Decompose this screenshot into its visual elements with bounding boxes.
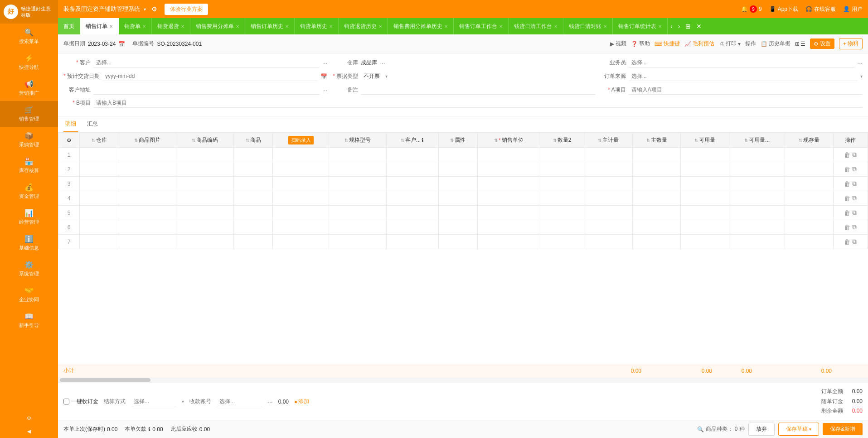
address-more-icon[interactable]: ···	[322, 87, 328, 94]
salesperson-more-icon[interactable]: ···	[857, 59, 863, 67]
save-new-button[interactable]: 保存&新增	[823, 423, 863, 435]
salesperson-input[interactable]	[629, 58, 855, 67]
cell-qty2[interactable]	[540, 206, 584, 220]
row-copy-button[interactable]: ⧉	[852, 194, 857, 202]
cell-main-qty[interactable]	[632, 206, 681, 220]
row-copy-button[interactable]: ⧉	[852, 209, 857, 217]
cell-spec[interactable]	[329, 177, 386, 191]
cell-product[interactable]	[234, 235, 273, 249]
invoice-dropdown-icon[interactable]: ▾	[385, 74, 388, 79]
tab-prev-icon[interactable]: ‹	[668, 18, 675, 34]
col-header-attribute[interactable]: ⇅ 属性	[438, 133, 477, 148]
col-header-settings[interactable]: ⚙	[58, 133, 80, 148]
cell-unit[interactable]	[477, 177, 540, 191]
col-header-main-qty[interactable]: ⇅ 主数量	[632, 133, 681, 148]
cell-attribute[interactable]	[438, 148, 477, 162]
customer-input[interactable]	[93, 58, 320, 67]
cell-attribute[interactable]	[438, 206, 477, 220]
cell-available2[interactable]	[729, 177, 785, 191]
tab-next-icon[interactable]: ›	[675, 18, 683, 34]
tab-sales-return-history-close-icon[interactable]: ✕	[378, 24, 382, 29]
cell-unit[interactable]	[477, 220, 540, 235]
view-toggle[interactable]: ⊞ ☰	[795, 41, 805, 47]
cell-qty2[interactable]	[540, 177, 584, 191]
cell-warehouse[interactable]	[80, 148, 119, 162]
tab-daily-workbench-close-icon[interactable]: ✕	[554, 24, 558, 29]
notification-area[interactable]: 🔔 9 9	[741, 5, 762, 13]
cell-code[interactable]	[176, 206, 234, 220]
cell-attribute[interactable]	[438, 162, 477, 177]
cell-spec[interactable]	[329, 191, 386, 206]
cell-image[interactable]	[119, 177, 176, 191]
add-button[interactable]: ● 添加	[294, 398, 309, 405]
cell-available2[interactable]	[729, 148, 785, 162]
sidebar-item-finance[interactable]: 💰 资金管理	[0, 178, 58, 204]
cell-main-qty[interactable]	[632, 235, 681, 249]
row-delete-button[interactable]: 🗑	[844, 165, 850, 173]
a-project-input[interactable]	[629, 85, 863, 95]
tab-summary[interactable]: 汇总	[85, 116, 100, 132]
operate-action[interactable]: 操作	[745, 40, 756, 48]
tab-sales-return-history[interactable]: 销货退货历史 ✕	[339, 18, 388, 34]
cell-main-unit[interactable]	[584, 191, 633, 206]
cell-stock[interactable]	[785, 220, 834, 235]
row-copy-button[interactable]: ⧉	[852, 165, 857, 173]
cell-image[interactable]	[119, 220, 176, 235]
tab-sales-invoice[interactable]: 销货单 ✕	[119, 18, 152, 34]
cell-available2[interactable]	[729, 162, 785, 177]
app-download[interactable]: 📱 App下载	[769, 5, 798, 13]
cell-qty2[interactable]	[540, 235, 584, 249]
col-header-code[interactable]: ⇅ 商品编码	[176, 133, 234, 148]
user-menu[interactable]: 👤 用户	[843, 5, 863, 13]
cell-stock[interactable]	[785, 148, 834, 162]
tab-sales-workbench[interactable]: 销售订单工作台 ✕	[454, 18, 509, 34]
row-copy-button[interactable]: ⧉	[852, 180, 857, 188]
cell-stock[interactable]	[785, 235, 834, 249]
row-delete-button[interactable]: 🗑	[844, 223, 850, 231]
col-header-warehouse[interactable]: ⇅ 仓库	[80, 133, 119, 148]
payment-method-input[interactable]	[131, 397, 176, 406]
cell-unit[interactable]	[477, 162, 540, 177]
tab-sales-order-close-icon[interactable]: ✕	[109, 24, 113, 29]
calendar-icon[interactable]: 📅	[118, 41, 125, 47]
cell-warehouse[interactable]	[80, 177, 119, 191]
cell-spec[interactable]	[329, 148, 386, 162]
cell-main-unit[interactable]	[584, 220, 633, 235]
cell-qty2[interactable]	[540, 191, 584, 206]
cell-available2[interactable]	[729, 206, 785, 220]
customer-address-input[interactable]	[93, 85, 320, 95]
col-header-main-unit[interactable]: ⇅ 主计量	[584, 133, 633, 148]
shortcut-action[interactable]: ⌨ 快捷键	[655, 40, 680, 48]
sidebar-item-purchase[interactable]: 📦 采购管理	[0, 127, 58, 153]
order-source-dropdown-icon[interactable]: ▾	[860, 74, 863, 79]
quick-order-check[interactable]	[63, 399, 69, 404]
scroll-thumb[interactable]	[60, 378, 150, 382]
sidebar-settings-btn[interactable]: ⚙	[0, 412, 58, 425]
col-header-qty2[interactable]: ⇅ 数量2	[540, 133, 584, 148]
col-header-spec[interactable]: ⇅ 规格型号	[329, 133, 386, 148]
cell-main-qty[interactable]	[632, 148, 681, 162]
col-header-image[interactable]: ⇅ 商品图片	[119, 133, 176, 148]
cell-customer-code[interactable]	[386, 206, 438, 220]
cell-image[interactable]	[119, 162, 176, 177]
tab-expand-icon[interactable]: ⊞	[683, 18, 693, 34]
row-copy-button[interactable]: ⧉	[852, 238, 857, 245]
bank-account-more-icon[interactable]: ···	[267, 398, 273, 405]
sidebar-item-marketing[interactable]: 📢 营销推广	[0, 75, 58, 101]
row-delete-button[interactable]: 🗑	[844, 151, 850, 159]
cell-customer-code[interactable]	[386, 148, 438, 162]
cell-main-unit[interactable]	[584, 162, 633, 177]
sidebar-item-quick-nav[interactable]: ⚡ 快捷导航	[0, 49, 58, 75]
customer-more-icon[interactable]: ···	[322, 59, 328, 67]
cell-product[interactable]	[234, 220, 273, 235]
tab-sales-expense-close-icon[interactable]: ✕	[236, 24, 239, 29]
cell-image[interactable]	[119, 148, 176, 162]
cell-customer-code[interactable]	[386, 162, 438, 177]
cell-image[interactable]	[119, 206, 176, 220]
bank-account-input[interactable]	[217, 397, 262, 406]
cell-code[interactable]	[176, 177, 234, 191]
tab-sales-order[interactable]: 销售订单 ✕	[80, 18, 119, 34]
col-header-customer-code[interactable]: ⇅ 客户... ℹ	[386, 133, 438, 148]
cell-product[interactable]	[234, 177, 273, 191]
row-delete-button[interactable]: 🗑	[844, 209, 850, 217]
